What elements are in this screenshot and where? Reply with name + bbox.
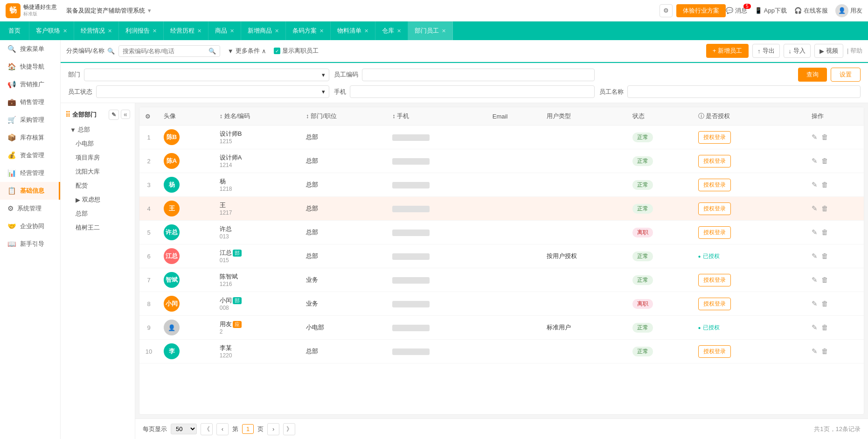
edit-icon[interactable]: ✎: [812, 276, 818, 284]
search-icon[interactable]: 🔍: [208, 48, 216, 55]
tab-goods[interactable]: 商品 ✕: [208, 21, 241, 40]
dept-item-sub-xd[interactable]: 小电部: [61, 137, 135, 151]
set-button[interactable]: 设置: [831, 68, 861, 82]
delete-icon[interactable]: 🗑: [821, 204, 828, 213]
dept-select[interactable]: ▾: [84, 69, 329, 81]
sidebar-item-sales[interactable]: 💼 销售管理: [0, 93, 60, 111]
user-button[interactable]: 👤 用友: [835, 4, 862, 17]
edit-icon[interactable]: ✎: [812, 323, 818, 332]
tab-add-goods[interactable]: 新增商品 ✕: [241, 21, 286, 40]
dept-item-sub-zs[interactable]: 植树王二: [61, 221, 135, 235]
close-icon[interactable]: ✕: [275, 28, 279, 34]
dept-item-sub-ph[interactable]: 配货: [61, 179, 135, 193]
sidebar-item-inventory[interactable]: 📦 库存核算: [0, 129, 60, 146]
close-icon[interactable]: ✕: [319, 28, 324, 34]
import-button[interactable]: ↓ 导入: [784, 44, 811, 58]
app-download-button[interactable]: 📱 App下载: [755, 7, 787, 15]
tab-profit[interactable]: 利润报告 ✕: [119, 21, 164, 40]
close-icon[interactable]: ✕: [364, 28, 368, 34]
dept-item-sub-sl[interactable]: ▶ 双虑想: [61, 193, 135, 207]
close-icon[interactable]: ✕: [397, 28, 401, 34]
delete-icon[interactable]: 🗑: [821, 252, 828, 260]
dept-item-head[interactable]: ▼ 总部: [61, 123, 135, 137]
export-button[interactable]: ↑ 导出: [752, 44, 780, 58]
sidebar-item-collab[interactable]: 🤝 企业协同: [0, 217, 60, 235]
trial-button[interactable]: 体验行业方案: [676, 4, 726, 17]
auth-login-button[interactable]: 授权登录: [698, 274, 731, 286]
sidebar-item-management[interactable]: 📊 经营管理: [0, 164, 60, 182]
sidebar-item-guide[interactable]: 📖 新手引导: [0, 235, 60, 253]
auth-login-button[interactable]: 授权登录: [698, 179, 731, 191]
sidebar-item-system[interactable]: ⚙ 系统管理: [0, 200, 60, 217]
delete-icon[interactable]: 🗑: [821, 181, 828, 189]
sidebar-item-purchase[interactable]: 🛒 采购管理: [0, 111, 60, 129]
sidebar-item-basic[interactable]: 📋 基础信息: [0, 182, 60, 200]
close-icon[interactable]: ✕: [442, 28, 446, 34]
classify-search-icon[interactable]: 🔍: [107, 48, 115, 55]
emp-code-input[interactable]: [362, 69, 595, 81]
tab-warehouse[interactable]: 仓库 ✕: [375, 21, 408, 40]
edit-icon[interactable]: ✎: [812, 204, 818, 213]
last-page-button[interactable]: 》: [283, 423, 295, 435]
tab-home[interactable]: 首页: [0, 21, 29, 40]
edit-icon[interactable]: ✎: [812, 228, 818, 237]
tab-department[interactable]: 部门员工 ✕: [408, 21, 453, 40]
edit-icon[interactable]: ✎: [812, 133, 818, 141]
settings-col-header[interactable]: ⚙: [139, 107, 158, 125]
sidebar-item-marketing[interactable]: 📢 营销推广: [0, 76, 60, 93]
phone-input[interactable]: [350, 85, 595, 98]
more-filter-button[interactable]: ▼ 更多条件 ∧: [224, 45, 270, 57]
edit-icon[interactable]: ✎: [812, 157, 818, 165]
close-icon[interactable]: ✕: [108, 28, 112, 34]
auth-login-button[interactable]: 授权登录: [698, 131, 731, 144]
tab-history[interactable]: 经营历程 ✕: [164, 21, 208, 40]
auth-login-button[interactable]: 授权登录: [698, 345, 731, 358]
edit-icon[interactable]: ✎: [812, 252, 818, 260]
edit-icon[interactable]: ✎: [812, 300, 818, 308]
delete-icon[interactable]: 🗑: [821, 276, 828, 284]
dept-item-sub-zb[interactable]: 总部: [61, 207, 135, 221]
close-icon[interactable]: ✕: [153, 28, 157, 34]
search-input[interactable]: [123, 48, 207, 55]
delete-icon[interactable]: 🗑: [821, 133, 828, 141]
sidebar-item-search[interactable]: 🔍 搜索菜单: [0, 40, 60, 58]
page-size-select[interactable]: 50 20 100: [171, 424, 197, 434]
emp-status-select[interactable]: ▾: [96, 85, 329, 98]
auth-login-button[interactable]: 授权登录: [698, 226, 731, 239]
prev-page-button[interactable]: ‹: [216, 423, 229, 435]
help-text[interactable]: | 帮助: [847, 47, 862, 55]
dept-col-header[interactable]: ↕ 部门/职位: [300, 107, 387, 125]
name-col-header[interactable]: ↕ 姓名/编码: [214, 107, 300, 125]
query-button[interactable]: 查询: [798, 68, 827, 82]
tab-bom[interactable]: 物料清单 ✕: [331, 21, 375, 40]
dropdown-arrow-icon[interactable]: ▾: [148, 7, 151, 14]
video-button[interactable]: ▶ 视频: [814, 44, 843, 58]
close-icon[interactable]: ✕: [230, 28, 234, 34]
gear-button[interactable]: ⚙: [660, 4, 673, 17]
edit-icon[interactable]: ✎: [812, 181, 818, 189]
tab-operations[interactable]: 经营情况 ✕: [74, 21, 119, 40]
first-page-button[interactable]: 《: [201, 423, 213, 435]
auth-login-button[interactable]: 授权登录: [698, 298, 731, 310]
dept-edit-icon[interactable]: ✎: [109, 110, 119, 120]
auth-login-button[interactable]: 授权登录: [698, 155, 731, 167]
phone-col-header[interactable]: ↕ 手机: [387, 107, 487, 125]
sidebar-item-finance[interactable]: 💰 资金管理: [0, 146, 60, 164]
tab-barcode[interactable]: 条码方案 ✕: [286, 21, 331, 40]
next-page-button[interactable]: ›: [267, 423, 279, 435]
delete-icon[interactable]: 🗑: [821, 157, 828, 165]
dept-item-sub-sy[interactable]: 沈阳大库: [61, 165, 135, 179]
close-icon[interactable]: ✕: [63, 28, 67, 34]
tab-customer[interactable]: 客户联络 ✕: [29, 21, 74, 40]
message-button[interactable]: 💬 消息 5: [726, 7, 747, 15]
emp-name-input[interactable]: [627, 85, 861, 98]
show-archived-toggle[interactable]: ✓ 显示离职员工: [274, 47, 319, 55]
delete-icon[interactable]: 🗑: [821, 300, 828, 308]
service-button[interactable]: 🎧 在线客服: [794, 7, 828, 15]
collapse-button[interactable]: «: [121, 110, 130, 119]
sidebar-item-nav[interactable]: 🏠 快捷导航: [0, 58, 60, 76]
edit-icon[interactable]: ✎: [812, 347, 818, 355]
delete-icon[interactable]: 🗑: [821, 228, 828, 237]
delete-icon[interactable]: 🗑: [821, 347, 828, 355]
add-employee-button[interactable]: + 新增员工: [706, 44, 749, 58]
